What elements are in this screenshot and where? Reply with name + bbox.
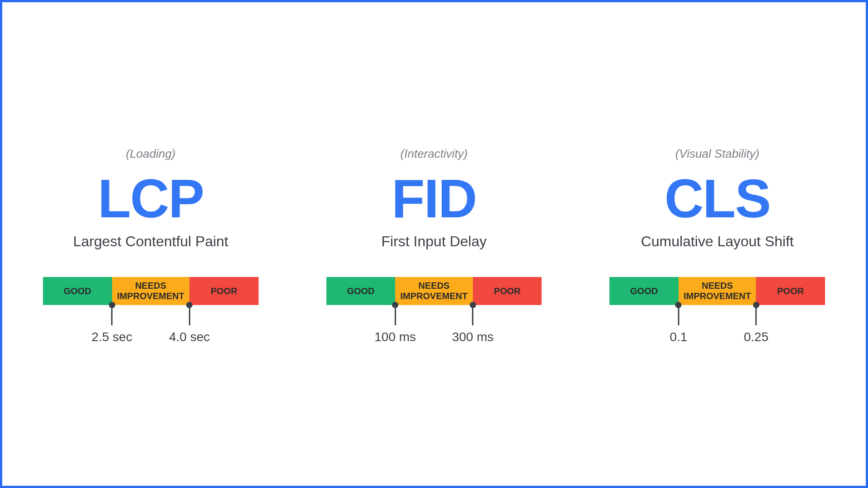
metric-fid-acronym: FID [392, 170, 476, 227]
tick-stem-icon [111, 308, 113, 325]
threshold-label: 4.0 sec [169, 330, 210, 344]
metric-lcp-fullname: Largest Contentful Paint [73, 233, 228, 250]
threshold-label: 100 ms [374, 330, 416, 344]
metric-lcp-scale: GOOD NEEDS IMPROVEMENT POOR 2.5 sec 4.0 … [43, 277, 259, 341]
scale-segment-good: GOOD [609, 277, 679, 305]
metric-lcp-ticks: 2.5 sec 4.0 sec [43, 305, 259, 341]
threshold-label: 0.25 [744, 330, 769, 344]
metric-cls-fullname: Cumulative Layout Shift [641, 233, 794, 250]
metric-lcp-category: (Loading) [126, 147, 175, 161]
metric-lcp-acronym: LCP [98, 170, 203, 227]
threshold-marker-needs-to-poor: 300 ms [452, 305, 494, 344]
threshold-marker-good-to-needs: 100 ms [374, 305, 416, 344]
core-web-vitals-row: (Loading) LCP Largest Contentful Paint G… [2, 147, 866, 341]
tick-stem-icon [678, 308, 679, 325]
metric-fid-fullname: First Input Delay [382, 233, 487, 250]
threshold-label: 2.5 sec [91, 330, 132, 344]
scale-segment-needs-improvement: NEEDS IMPROVEMENT [395, 277, 473, 305]
tick-stem-icon [755, 308, 757, 325]
metric-fid-bar: GOOD NEEDS IMPROVEMENT POOR [326, 277, 542, 305]
metric-lcp-bar: GOOD NEEDS IMPROVEMENT POOR [43, 277, 259, 305]
scale-segment-poor: POOR [189, 277, 259, 305]
tick-dot-icon [392, 302, 398, 308]
scale-segment-good: GOOD [326, 277, 396, 305]
scale-segment-needs-improvement: NEEDS IMPROVEMENT [112, 277, 190, 305]
metric-fid: (Interactivity) FID First Input Delay GO… [326, 147, 542, 341]
metric-cls: (Visual Stability) CLS Cumulative Layout… [609, 147, 825, 341]
scale-segment-poor: POOR [473, 277, 542, 305]
metric-fid-ticks: 100 ms 300 ms [326, 305, 542, 341]
tick-dot-icon [675, 302, 682, 308]
tick-dot-icon [753, 302, 759, 308]
metric-cls-ticks: 0.1 0.25 [609, 305, 825, 341]
metric-cls-bar: GOOD NEEDS IMPROVEMENT POOR [609, 277, 825, 305]
threshold-label: 300 ms [452, 330, 494, 344]
metric-fid-scale: GOOD NEEDS IMPROVEMENT POOR 100 ms 300 m… [326, 277, 542, 341]
metric-lcp: (Loading) LCP Largest Contentful Paint G… [43, 147, 259, 341]
tick-dot-icon [186, 302, 193, 308]
threshold-marker-needs-to-poor: 4.0 sec [169, 305, 210, 344]
tick-stem-icon [395, 308, 396, 325]
threshold-marker-needs-to-poor: 0.25 [744, 305, 769, 344]
metric-fid-category: (Interactivity) [401, 147, 468, 161]
tick-stem-icon [189, 308, 190, 325]
metric-cls-category: (Visual Stability) [675, 147, 760, 161]
threshold-marker-good-to-needs: 2.5 sec [91, 305, 132, 344]
scale-segment-good: GOOD [43, 277, 112, 305]
tick-stem-icon [472, 308, 473, 325]
metric-cls-scale: GOOD NEEDS IMPROVEMENT POOR 0.1 0.25 [609, 277, 825, 341]
metric-cls-acronym: CLS [665, 170, 770, 227]
tick-dot-icon [109, 302, 115, 308]
scale-segment-poor: POOR [756, 277, 825, 305]
scale-segment-needs-improvement: NEEDS IMPROVEMENT [679, 277, 756, 305]
tick-dot-icon [470, 302, 476, 308]
threshold-marker-good-to-needs: 0.1 [670, 305, 687, 344]
threshold-label: 0.1 [670, 330, 687, 344]
